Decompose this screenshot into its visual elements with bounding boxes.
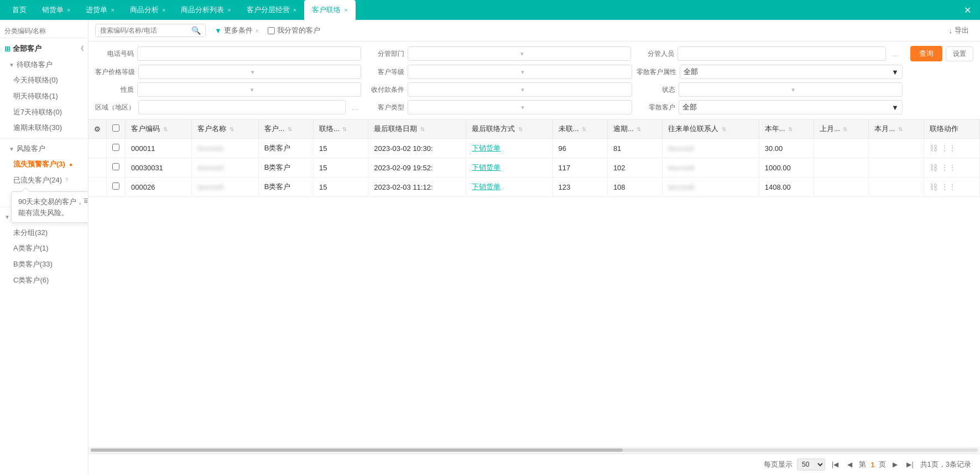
- action-menu-icon[interactable]: ⋮⋮: [941, 144, 956, 153]
- row-last-method[interactable]: 下销货单: [466, 158, 552, 178]
- select-all-checkbox[interactable]: [112, 124, 119, 132]
- sort-thisyear-icon: ⇅: [788, 126, 793, 132]
- sidebar-item-churned[interactable]: 已流失客户(24) ?: [0, 173, 88, 189]
- row-checkbox[interactable]: [112, 182, 119, 190]
- nav-purchase[interactable]: 进货单 ×: [78, 0, 122, 20]
- action-link-icon[interactable]: ⛓: [930, 163, 937, 172]
- group-risk-title[interactable]: ▼ 风险客户: [0, 141, 88, 156]
- sidebar-item-tomorrow[interactable]: 明天待联络(1): [0, 88, 88, 105]
- more-filter-button[interactable]: ▼ 更多条件 ∧: [210, 23, 263, 38]
- query-button[interactable]: 查询: [910, 46, 942, 61]
- first-page-button[interactable]: |◀: [830, 460, 841, 469]
- sidebar-item-classA[interactable]: A类客户(1): [0, 241, 88, 257]
- scrollbar-track: [91, 448, 978, 452]
- sidebar-item-ungroup[interactable]: 未分组(32): [0, 225, 88, 241]
- action-link-icon[interactable]: ⛓: [930, 144, 937, 153]
- sort-contact-icon: ⇅: [342, 126, 347, 132]
- th-last-date[interactable]: 最后联络日期 ⇅: [368, 119, 466, 139]
- row-contact2: blurred4: [663, 158, 759, 178]
- cust-type-select[interactable]: ▼: [408, 100, 632, 114]
- retail-cust-select[interactable]: 全部 ▼: [679, 100, 903, 114]
- sidebar-search-input[interactable]: [4, 27, 87, 35]
- row-checkbox-cell[interactable]: [107, 139, 126, 158]
- nav-customer-contact[interactable]: 客户联络 ×: [304, 0, 355, 20]
- th-this-month[interactable]: 本月... ⇅: [869, 119, 924, 139]
- manager-dots-icon[interactable]: …: [889, 49, 901, 58]
- nav-analysis[interactable]: 商品分析 ×: [122, 0, 173, 20]
- sidebar-item-churn-warning[interactable]: 流失预警客户(3) ●: [0, 156, 88, 173]
- th-code[interactable]: 客户编码 ⇅: [126, 119, 192, 139]
- region-select[interactable]: [138, 100, 346, 114]
- action-menu-icon[interactable]: ⋮⋮: [941, 163, 956, 172]
- sidebar-item-today[interactable]: 今天待联络(0): [0, 72, 88, 88]
- row-overdue: 108: [607, 178, 662, 197]
- search-input[interactable]: [100, 27, 191, 34]
- nav-sales[interactable]: 销货单 ×: [34, 0, 78, 20]
- sidebar-search-container: 🔍: [0, 24, 88, 38]
- table-area: ⚙ 客户编码 ⇅ 客户名称 ⇅ 客户... ⇅ 联络... ⇅ 最后联络日期 ⇅…: [88, 119, 980, 447]
- region-label: 区域（地区）: [95, 103, 135, 112]
- action-menu-icon[interactable]: ⋮⋮: [941, 182, 956, 191]
- search-icon[interactable]: 🔍: [191, 26, 201, 35]
- close-customer-contact-icon[interactable]: ×: [344, 0, 347, 20]
- export-button[interactable]: ↓ 导出: [945, 23, 974, 38]
- th-checkbox[interactable]: [107, 119, 126, 139]
- sidebar-all-customers[interactable]: ⊞ 全部客户 《: [0, 40, 88, 57]
- nature-select[interactable]: ▼: [137, 82, 361, 97]
- sidebar-item-classB[interactable]: B类客户(33): [0, 257, 88, 273]
- retail-attr-select[interactable]: 全部 ▼: [680, 65, 903, 79]
- per-page-select[interactable]: 50 100: [797, 458, 825, 471]
- sort-lastmonth-icon: ⇅: [843, 126, 847, 132]
- group-pending-title[interactable]: ▼ 待联络客户: [0, 57, 88, 72]
- cust-grade-select[interactable]: ▼: [408, 65, 632, 79]
- nav-home[interactable]: 首页: [4, 0, 34, 20]
- payment-select[interactable]: ▼: [408, 82, 632, 97]
- next-page-button[interactable]: ▶: [890, 460, 900, 469]
- row-uncontacted: 117: [552, 158, 607, 178]
- sidebar-item-7days[interactable]: 近7天待联络(0): [0, 105, 88, 121]
- prev-page-button[interactable]: ◀: [845, 460, 854, 469]
- settings-button[interactable]: 设置: [946, 46, 973, 61]
- th-last-method[interactable]: 最后联络方式 ⇅: [466, 119, 552, 139]
- sidebar-item-classC[interactable]: C类客户(6): [0, 273, 88, 289]
- close-sales-icon[interactable]: ×: [67, 0, 70, 20]
- th-this-year[interactable]: 本年... ⇅: [759, 119, 814, 139]
- close-analysis-list-icon[interactable]: ×: [227, 0, 231, 20]
- window-close-button[interactable]: ✕: [960, 5, 976, 15]
- row-actions: ⛓ ⋮⋮: [924, 158, 979, 178]
- row-checkbox-cell[interactable]: [107, 158, 126, 178]
- phone-input[interactable]: [137, 46, 361, 61]
- scrollbar-thumb[interactable]: [91, 448, 623, 452]
- status-select[interactable]: ▼: [679, 82, 903, 97]
- th-type[interactable]: 客户... ⇅: [258, 119, 313, 139]
- dept-select[interactable]: ▼: [408, 46, 632, 61]
- th-settings[interactable]: ⚙: [88, 119, 107, 139]
- action-link-icon[interactable]: ⛓: [930, 182, 937, 191]
- sidebar-item-overdue[interactable]: 逾期未联络(30): [0, 120, 88, 136]
- manager-select[interactable]: [677, 46, 886, 61]
- th-contact[interactable]: 联络... ⇅: [314, 119, 368, 139]
- nav-customer-layer[interactable]: 客户分层经营 ×: [239, 0, 304, 20]
- row-settings: [88, 178, 107, 197]
- close-analysis-icon[interactable]: ×: [162, 0, 165, 20]
- row-checkbox[interactable]: [112, 144, 119, 151]
- region-dots-icon[interactable]: …: [349, 103, 361, 112]
- th-name[interactable]: 客户名称 ⇅: [192, 119, 258, 139]
- th-last-month[interactable]: 上月... ⇅: [814, 119, 868, 139]
- cust-grade-arrow-icon: ▼: [520, 69, 628, 75]
- price-grade-select[interactable]: ▼: [138, 65, 361, 79]
- close-purchase-icon[interactable]: ×: [111, 0, 114, 20]
- nav-analysis-list[interactable]: 商品分析列表 ×: [173, 0, 238, 20]
- row-checkbox-cell[interactable]: [107, 178, 126, 197]
- close-customer-layer-icon[interactable]: ×: [293, 0, 296, 20]
- th-overdue[interactable]: 逾期... ⇅: [607, 119, 662, 139]
- my-customers-checkbox[interactable]: [268, 27, 275, 34]
- last-page-button[interactable]: ▶|: [904, 460, 915, 469]
- row-last-method[interactable]: 下销货单: [466, 139, 552, 158]
- th-contact2[interactable]: 往来单位联系人 ⇅: [663, 119, 759, 139]
- my-customers-checkbox-label[interactable]: 我分管的客户: [268, 25, 320, 35]
- row-checkbox[interactable]: [112, 163, 119, 170]
- horizontal-scrollbar[interactable]: [88, 447, 980, 453]
- th-uncontacted[interactable]: 未联... ⇅: [552, 119, 607, 139]
- row-last-method[interactable]: 下销货单: [466, 178, 552, 197]
